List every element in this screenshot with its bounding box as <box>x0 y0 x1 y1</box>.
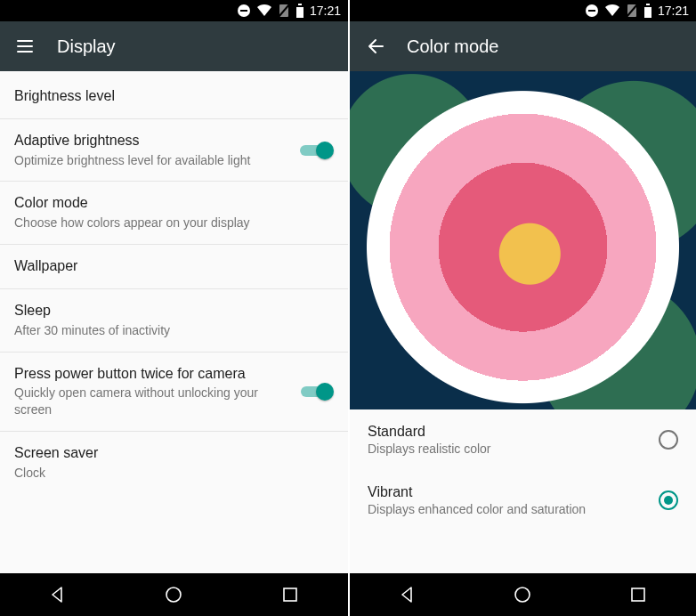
setting-sub: After 30 minutes of inactivity <box>14 322 323 339</box>
app-bar: Display <box>0 21 348 71</box>
color-preview-image <box>350 71 696 409</box>
adaptive-brightness-switch[interactable] <box>298 142 334 159</box>
setting-title: Press power button twice for camera <box>14 365 288 384</box>
dnd-icon <box>237 4 251 18</box>
setting-sub: Optimize brightness level for available … <box>14 152 287 169</box>
option-title: Vibrant <box>368 484 648 500</box>
nav-bar <box>0 573 348 616</box>
status-time: 17:21 <box>658 4 689 18</box>
sim-off-icon <box>626 4 638 18</box>
setting-sub: Quickly open camera without unlocking yo… <box>14 385 288 418</box>
svg-rect-8 <box>284 588 296 601</box>
svg-rect-1 <box>240 10 247 12</box>
status-bar: 17:21 <box>0 0 348 21</box>
svg-rect-15 <box>644 5 651 7</box>
option-standard[interactable]: Standard Displays realistic color <box>350 409 696 470</box>
app-bar: Color mode <box>350 21 696 71</box>
battery-icon <box>295 4 304 18</box>
power-camera-row[interactable]: Press power button twice for camera Quic… <box>0 353 348 433</box>
color-mode-content: Standard Displays realistic color Vibran… <box>350 71 696 573</box>
svg-rect-17 <box>632 588 644 601</box>
nav-home-button[interactable] <box>505 577 540 612</box>
phone-left: 17:21 Display Brightness level Adaptive … <box>0 0 348 616</box>
option-title: Standard <box>368 424 648 440</box>
settings-content: Brightness level Adaptive brightness Opt… <box>0 71 348 573</box>
svg-point-16 <box>515 588 530 602</box>
option-sub: Displays enhanced color and saturation <box>368 502 648 516</box>
battery-icon <box>643 4 652 18</box>
adaptive-brightness-row[interactable]: Adaptive brightness Optimize brightness … <box>0 119 348 182</box>
wallpaper-row[interactable]: Wallpaper <box>0 245 348 289</box>
setting-sub: Clock <box>14 465 323 482</box>
setting-title: Wallpaper <box>14 257 323 276</box>
wifi-icon <box>256 4 272 18</box>
svg-rect-4 <box>298 4 302 5</box>
power-camera-switch[interactable] <box>299 383 334 401</box>
option-sub: Displays realistic color <box>368 442 648 456</box>
nav-back-button[interactable] <box>40 577 76 612</box>
svg-point-7 <box>166 588 181 602</box>
brightness-level-row[interactable]: Brightness level <box>0 71 348 119</box>
nav-recent-button[interactable] <box>272 577 308 612</box>
setting-title: Brightness level <box>14 87 323 106</box>
setting-title: Sleep <box>14 302 323 320</box>
status-time: 17:21 <box>310 4 341 18</box>
color-mode-options: Standard Displays realistic color Vibran… <box>350 409 696 531</box>
setting-title: Screen saver <box>14 444 323 463</box>
sleep-row[interactable]: Sleep After 30 minutes of inactivity <box>0 289 348 353</box>
nav-back-button[interactable] <box>390 577 425 612</box>
option-vibrant[interactable]: Vibrant Displays enhanced color and satu… <box>350 470 696 531</box>
dnd-icon <box>585 4 599 18</box>
wifi-icon <box>604 4 620 18</box>
phone-right: 17:21 Color mode Standard Displays reali… <box>348 0 696 616</box>
svg-rect-14 <box>644 5 651 18</box>
page-title: Color mode <box>407 36 498 57</box>
nav-recent-button[interactable] <box>620 577 656 612</box>
nav-bar <box>350 573 696 616</box>
back-arrow-icon[interactable] <box>364 36 385 57</box>
setting-title: Color mode <box>14 194 323 213</box>
settings-list: Brightness level Adaptive brightness Opt… <box>0 71 348 494</box>
setting-title: Adaptive brightness <box>14 132 287 150</box>
page-title: Display <box>57 36 116 57</box>
sim-off-icon <box>278 4 290 18</box>
screen-saver-row[interactable]: Screen saver Clock <box>0 432 348 494</box>
radio-vibrant[interactable] <box>659 490 678 510</box>
svg-rect-10 <box>588 10 595 12</box>
status-bar: 17:21 <box>350 0 696 21</box>
svg-rect-6 <box>296 5 303 7</box>
color-mode-row[interactable]: Color mode Choose how colors appear on y… <box>0 182 348 245</box>
svg-rect-5 <box>296 5 303 18</box>
hamburger-icon[interactable] <box>14 36 36 57</box>
svg-rect-13 <box>646 4 650 5</box>
setting-sub: Choose how colors appear on your display <box>14 215 323 231</box>
nav-home-button[interactable] <box>156 577 191 612</box>
radio-standard[interactable] <box>659 430 678 450</box>
